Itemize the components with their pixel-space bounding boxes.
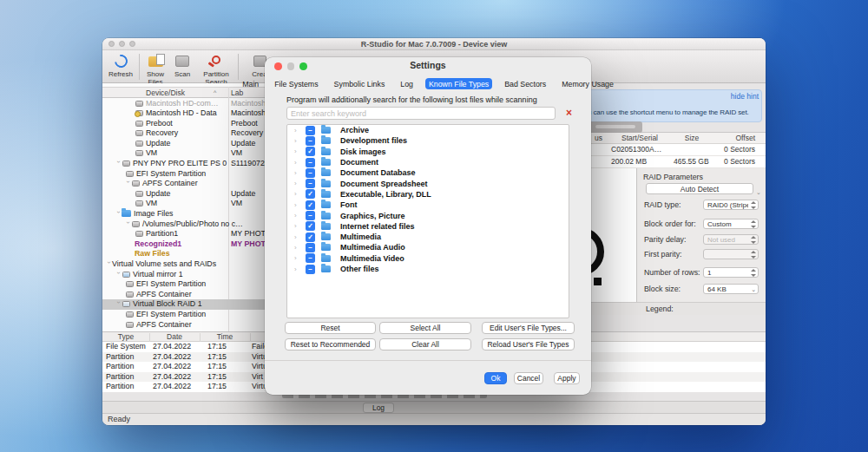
- chevron-right-icon[interactable]: ›: [294, 180, 299, 187]
- file-type-row[interactable]: ›−Other files: [287, 264, 569, 274]
- tab-known-file-types[interactable]: Known File Types: [425, 78, 492, 89]
- stepper-icon[interactable]: [750, 236, 757, 244]
- stepper-icon[interactable]: [750, 220, 757, 228]
- parents-column-header[interactable]: Start/Serial: [609, 133, 670, 144]
- stepper-control[interactable]: 1: [703, 267, 759, 278]
- checkbox-checked[interactable]: ✓: [306, 200, 315, 210]
- popup-control[interactable]: RAID0 (Stripe: [703, 200, 759, 210]
- chevron-right-icon[interactable]: ›: [294, 190, 299, 198]
- file-type-row[interactable]: ›✓Disk images: [287, 147, 569, 157]
- checkbox-partial[interactable]: −: [306, 253, 315, 263]
- toolbar-button-partition-search[interactable]: Partition Search: [193, 53, 240, 86]
- chevron-right-icon[interactable]: ›: [294, 137, 299, 145]
- partially-visible-button[interactable]: [589, 121, 642, 133]
- search-input[interactable]: [286, 107, 556, 120]
- checkbox-partial[interactable]: −: [306, 126, 315, 135]
- main-traffic-lights[interactable]: [108, 41, 135, 47]
- raid-parameters-pane: RAID Parameters Auto Detect ⌄ RAID type:…: [636, 168, 766, 302]
- tab-log[interactable]: Log: [363, 403, 394, 413]
- hide-hint-link[interactable]: hide hint: [731, 92, 759, 101]
- chevron-down-icon[interactable]: ›: [104, 261, 115, 267]
- select-all-button[interactable]: Select All: [379, 322, 471, 334]
- popup-control[interactable]: Custom: [703, 219, 759, 229]
- ok-button[interactable]: Ok: [484, 372, 507, 384]
- reset-to-recommended-button[interactable]: Reset to Recommended: [285, 338, 376, 350]
- toolbar-button-scan[interactable]: Scan: [172, 53, 193, 78]
- chevron-right-icon[interactable]: ›: [294, 147, 299, 155]
- log-column-header[interactable]: Time: [200, 332, 250, 342]
- tab-bad-sectors[interactable]: Bad Sectors: [501, 78, 549, 89]
- checkbox-partial[interactable]: −: [306, 211, 315, 220]
- checkbox-checked[interactable]: ✓: [306, 147, 315, 156]
- clear-all-button[interactable]: Clear All: [379, 338, 471, 350]
- sort-ascending-icon[interactable]: ^: [214, 88, 216, 98]
- clear-search-icon[interactable]: ×: [562, 107, 575, 120]
- chevron-down-icon[interactable]: ⌄: [751, 285, 756, 294]
- checkbox-partial[interactable]: −: [306, 179, 315, 188]
- close-icon[interactable]: [108, 41, 115, 47]
- checkbox-partial[interactable]: −: [306, 265, 315, 274]
- chevron-right-icon[interactable]: ›: [294, 265, 299, 273]
- folder-icon: [321, 244, 331, 251]
- file-type-row[interactable]: ›−Archive: [287, 125, 569, 135]
- tab-symbolic-links[interactable]: Symbolic Links: [331, 78, 389, 89]
- file-type-row[interactable]: ›✓Font: [287, 200, 569, 210]
- minimize-icon[interactable]: [119, 41, 125, 47]
- tab-file-systems[interactable]: File Systems: [271, 78, 321, 89]
- file-type-row[interactable]: ›✓Multimedia: [287, 232, 569, 242]
- file-type-row[interactable]: ›−Document Database: [287, 167, 569, 178]
- file-type-row[interactable]: ›−Document: [287, 157, 569, 167]
- parent-object-square[interactable]: [594, 278, 602, 285]
- dropdown-control[interactable]: 64 KB⌄: [703, 284, 759, 294]
- chevron-right-icon[interactable]: ›: [294, 127, 299, 134]
- folder-icon: [321, 201, 331, 208]
- chevron-right-icon[interactable]: ›: [294, 222, 299, 230]
- checkbox-checked[interactable]: ✓: [306, 233, 315, 242]
- tab-log[interactable]: Log: [397, 78, 417, 89]
- chevron-right-icon[interactable]: ›: [294, 169, 299, 177]
- chevron-right-icon[interactable]: ›: [294, 201, 299, 209]
- toolbar-button-show-files[interactable]: Show Files: [141, 53, 170, 86]
- stepper-icon[interactable]: [750, 201, 757, 209]
- chevron-right-icon[interactable]: ›: [294, 233, 299, 241]
- log-cell: 27.04.2022: [153, 352, 191, 363]
- log-column-header[interactable]: Date: [149, 332, 200, 342]
- stepper-icon[interactable]: [750, 269, 757, 277]
- stepper-icon[interactable]: [750, 251, 757, 259]
- edit-user-s-file-types--button[interactable]: Edit User's File Types...: [482, 322, 575, 334]
- file-type-row[interactable]: ›−Development files: [287, 135, 569, 146]
- apply-button[interactable]: Apply: [554, 372, 580, 384]
- checkbox-partial[interactable]: −: [306, 243, 315, 252]
- log-cell: File System: [106, 342, 146, 352]
- chevron-right-icon[interactable]: ›: [294, 159, 299, 167]
- zoom-icon[interactable]: [129, 41, 135, 47]
- checkbox-checked[interactable]: ✓: [306, 189, 315, 199]
- chevron-right-icon[interactable]: ›: [294, 254, 299, 262]
- checkbox-partial[interactable]: −: [306, 168, 315, 178]
- checkbox-partial[interactable]: −: [306, 158, 315, 167]
- file-type-row[interactable]: ›−Graphics, Picture: [287, 210, 569, 220]
- checkbox-checked[interactable]: ✓: [306, 221, 315, 231]
- chevron-right-icon[interactable]: ›: [294, 212, 299, 219]
- tab-memory-usage[interactable]: Memory Usage: [558, 78, 617, 89]
- reload-user-s-file-types-button[interactable]: Reload User's File Types: [482, 338, 575, 350]
- file-type-row[interactable]: ›−Multimedia Audio: [287, 242, 569, 252]
- log-column-header[interactable]: Type: [102, 332, 149, 342]
- toolbar-button-refresh[interactable]: Refresh: [102, 53, 139, 78]
- auto-detect-button[interactable]: Auto Detect: [646, 183, 753, 194]
- chevron-right-icon[interactable]: ›: [294, 244, 299, 252]
- file-type-row[interactable]: ›✓Executable, Library, DLL: [287, 189, 569, 200]
- checkbox-partial[interactable]: −: [306, 136, 315, 146]
- file-type-row[interactable]: ›−Document Spreadsheet: [287, 178, 569, 188]
- reset-button[interactable]: Reset: [285, 322, 376, 334]
- parents-column-header[interactable]: Offset: [713, 133, 762, 144]
- file-type-row[interactable]: ›−Multimedia Video: [287, 253, 569, 264]
- main-titlebar[interactable]: R-Studio for Mac 7.0.7009 - Device view: [102, 38, 766, 50]
- device-disk-column-header[interactable]: Device/Disk: [102, 88, 228, 98]
- disk-icon: [135, 191, 143, 197]
- file-type-row[interactable]: ›✓Internet related files: [287, 221, 569, 232]
- chevron-down-icon[interactable]: ⌄: [756, 189, 761, 196]
- cancel-button[interactable]: Cancel: [514, 372, 543, 384]
- tab-main[interactable]: Main: [239, 78, 262, 89]
- parents-column-header[interactable]: Size: [670, 133, 713, 144]
